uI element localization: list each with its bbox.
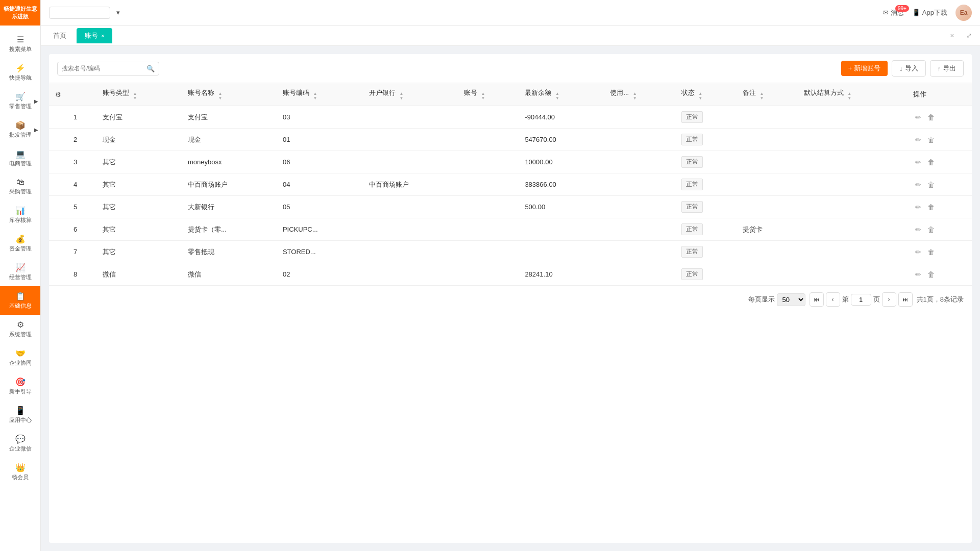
search-icon[interactable]: 🔍 [146, 65, 155, 72]
message-button[interactable]: ✉ 消息 99+ [883, 8, 904, 17]
page-size-select: 每页显示 50 20 100 [748, 293, 805, 306]
col-status[interactable]: 状态 ▲▼ [675, 83, 737, 106]
chevron-icon-wholesale-mgmt: ▶ [34, 127, 38, 133]
first-page-button[interactable]: ⏮ [810, 292, 824, 307]
sidebar-item-basic-info[interactable]: 📋 基础信息 [0, 286, 40, 315]
delete-button-7[interactable]: 🗑 [925, 269, 937, 280]
next-page-button[interactable]: › [882, 292, 896, 307]
cell-remark-7 [737, 263, 798, 286]
sidebar-item-vip-member[interactable]: 👑 畅会员 [0, 458, 40, 486]
cell-account-code-4: 05 [277, 196, 363, 218]
cell-status-6: 正常 [675, 241, 737, 263]
edit-button-4[interactable]: ✏ [913, 202, 923, 212]
cell-account-num-5 [458, 218, 519, 241]
tab-home[interactable]: 首页 [45, 28, 75, 43]
edit-button-5[interactable]: ✏ [913, 224, 923, 235]
prev-page-button[interactable]: ‹ [826, 292, 840, 307]
sidebar-item-enterprise-agreement[interactable]: 🤝 企业协同 [0, 343, 40, 372]
tab-accounts[interactable]: 账号 × [77, 28, 112, 43]
col-latest-balance[interactable]: 最新余额 ▲▼ [519, 83, 604, 106]
search-wrap: 🔍 [57, 62, 159, 76]
delete-button-5[interactable]: 🗑 [925, 224, 937, 235]
col-bank[interactable]: 开户银行 ▲▼ [363, 83, 458, 106]
sidebar-item-enterprise-wechat[interactable]: 💬 企业微信 [0, 429, 40, 458]
import-label: 导入 [905, 64, 918, 73]
import-button[interactable]: ↓ 导入 [892, 60, 926, 77]
cell-remark-3 [737, 173, 798, 196]
edit-button-6[interactable]: ✏ [913, 247, 923, 257]
page-nav: ⏮ ‹ 第 页 › ⏭ [810, 292, 913, 307]
edit-button-1[interactable]: ✏ [913, 135, 923, 145]
cell-account-name-3: 中百商场账户 [182, 173, 277, 196]
table-row: 1 支付宝 支付宝 03 -90444.00 正常 ✏ 🗑 [49, 106, 972, 129]
sidebar-item-purchase-mgmt[interactable]: 🛍 采购管理 [0, 172, 40, 201]
col-account-num[interactable]: 账号 ▲▼ [458, 83, 519, 106]
sidebar-item-ecommerce-mgmt[interactable]: 💻 电商管理 [0, 144, 40, 172]
delete-button-2[interactable]: 🗑 [925, 157, 937, 167]
sidebar-item-quick-nav[interactable]: ⚡ 快捷导航 [0, 58, 40, 87]
sidebar-item-app-center[interactable]: 📱 应用中心 [0, 400, 40, 429]
cell-default-settlement-3 [798, 173, 907, 196]
sidebar-icon-system-mgmt: ⚙ [17, 320, 24, 330]
cell-status-3: 正常 [675, 173, 737, 196]
cell-account-num-3 [458, 173, 519, 196]
tab-expand-icon[interactable]: ⤢ [962, 30, 976, 41]
cell-latest-balance-0: -90444.00 [519, 106, 604, 129]
sidebar-item-wholesale-mgmt[interactable]: 📦 批发管理 ▶ [0, 115, 40, 144]
cell-account-type-2: 其它 [96, 151, 182, 173]
add-account-button[interactable]: + 新增账号 [841, 61, 888, 76]
cell-bank-5 [363, 218, 458, 241]
sidebar-item-system-mgmt[interactable]: ⚙ 系统管理 [0, 315, 40, 343]
sidebar-item-search-menu[interactable]: ☰ 搜索菜单 [0, 30, 40, 58]
sidebar-item-operation-mgmt[interactable]: 📈 经营管理 [0, 258, 40, 286]
edit-button-3[interactable]: ✏ [913, 180, 923, 190]
cell-status-2: 正常 [675, 151, 737, 173]
per-page-select[interactable]: 50 20 100 [777, 293, 805, 306]
sidebar-item-inventory[interactable]: 📊 库存核算 [0, 201, 40, 229]
cell-remark-0 [737, 106, 798, 129]
app-icon: 📱 [912, 9, 920, 16]
col-account-type[interactable]: 账号类型 ▲▼ [96, 83, 182, 106]
cell-bank-0 [363, 106, 458, 129]
sidebar-item-retail-mgmt[interactable]: 🛒 零售管理 ▶ [0, 87, 40, 115]
col-settings[interactable]: ⚙ [49, 83, 67, 106]
tab-accounts-close[interactable]: × [101, 33, 104, 39]
col-remark[interactable]: 备注 ▲▼ [737, 83, 798, 106]
sidebar-label-ecommerce-mgmt: 电商管理 [9, 160, 32, 167]
cell-account-type-7: 微信 [96, 263, 182, 286]
col-account-name[interactable]: 账号名称 ▲▼ [182, 83, 277, 106]
tab-close-icon[interactable]: × [946, 30, 958, 41]
page-number-input[interactable] [851, 294, 871, 306]
user-avatar[interactable]: Ea [955, 5, 972, 21]
cell-num-7: 8 [67, 263, 96, 286]
cell-num-4: 5 [67, 196, 96, 218]
app-download-button[interactable]: 📱 App下载 [912, 8, 947, 17]
sidebar-icon-purchase-mgmt: 🛍 [16, 178, 24, 187]
topbar-search-input[interactable] [49, 7, 110, 19]
col-default-settlement[interactable]: 默认结算方式 ▲▼ [798, 83, 907, 106]
col-usage[interactable]: 使用... ▲▼ [604, 83, 675, 106]
account-search-input[interactable] [62, 65, 143, 72]
edit-button-7[interactable]: ✏ [913, 269, 923, 280]
delete-button-3[interactable]: 🗑 [925, 180, 937, 190]
delete-button-1[interactable]: 🗑 [925, 135, 937, 145]
delete-button-4[interactable]: 🗑 [925, 202, 937, 212]
cell-account-code-2: 06 [277, 151, 363, 173]
col-account-code[interactable]: 账号编码 ▲▼ [277, 83, 363, 106]
edit-button-0[interactable]: ✏ [913, 112, 923, 122]
delete-button-0[interactable]: 🗑 [925, 112, 937, 122]
topbar-dropdown[interactable]: ▾ [116, 9, 120, 16]
delete-button-6[interactable]: 🗑 [925, 247, 937, 257]
export-button[interactable]: ↑ 导出 [930, 60, 964, 77]
cell-default-settlement-6 [798, 241, 907, 263]
sidebar-label-vip-member: 畅会员 [12, 473, 29, 481]
sidebar-item-finance-mgmt[interactable]: 💰 资金管理 [0, 229, 40, 258]
cell-account-type-3: 其它 [96, 173, 182, 196]
edit-button-2[interactable]: ✏ [913, 157, 923, 167]
cell-account-num-7 [458, 263, 519, 286]
sidebar-icon-vip-member: 👑 [15, 463, 26, 472]
sidebar-label-operation-mgmt: 经营管理 [9, 273, 32, 281]
sidebar-label-app-center: 应用中心 [9, 416, 32, 424]
sidebar-item-new-guide[interactable]: 🎯 新手引导 [0, 372, 40, 400]
last-page-button[interactable]: ⏭ [898, 292, 913, 307]
